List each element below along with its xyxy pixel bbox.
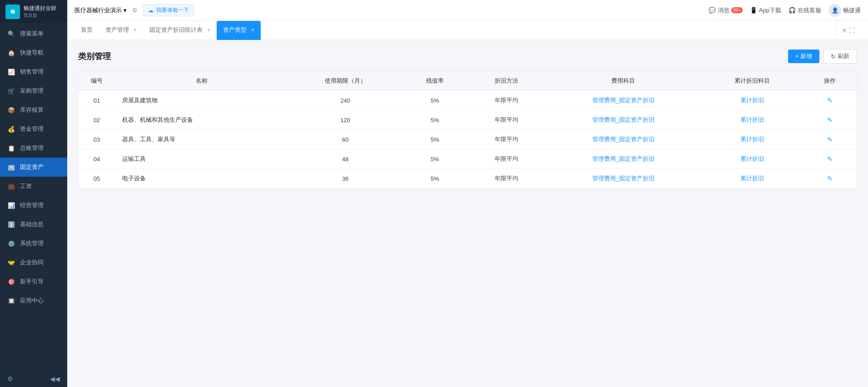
tab-label-depreciation: 固定资产折旧统计表 <box>149 26 203 34</box>
main-content: 医疗器械行业演示 ▾ ⚙ ☁ 我要体验一下 💬 消息 99+ 📱 App下载 <box>67 0 868 387</box>
refresh-icon: ↻ <box>831 53 836 60</box>
header-row: 编号名称使用期限（月）残值率折旧方法费用科目累计折旧科目操作 <box>79 71 857 91</box>
sidebar-item-quicknav[interactable]: 🏠 快捷导航 <box>0 43 67 62</box>
message-button[interactable]: 💬 消息 99+ <box>709 6 743 15</box>
try-label: 我要体验一下 <box>156 6 189 14</box>
sidebar-item-collab[interactable]: 🤝 企业协同 <box>0 253 67 272</box>
sidebar-item-search[interactable]: 🔍 搜索菜单 <box>0 24 67 43</box>
quicknav-icon: 🏠 <box>7 49 15 57</box>
cell-residual-1: 5% <box>402 110 467 130</box>
cell-action-2[interactable]: ✎ <box>803 130 857 149</box>
new-button[interactable]: + 新增 <box>788 50 819 63</box>
cell-code-3: 04 <box>79 149 115 169</box>
tab-asset-type[interactable]: 资产类型× <box>217 21 261 40</box>
sidebar-item-capital[interactable]: 💰 资金管理 <box>0 119 67 139</box>
sidebar-label-capital: 资金管理 <box>20 125 44 133</box>
sidebar-item-guide[interactable]: 🎯 新手引导 <box>0 272 67 291</box>
topbar: 医疗器械行业演示 ▾ ⚙ ☁ 我要体验一下 💬 消息 99+ 📱 App下载 <box>67 0 868 21</box>
cloud-icon: ☁ <box>148 7 154 14</box>
dropdown-arrow-icon: ▾ <box>124 7 127 14</box>
cell-name-2: 器具、工具、家具等 <box>115 130 288 149</box>
window-expand-icon[interactable]: ⛶ <box>849 27 855 34</box>
message-label: 消息 <box>718 6 729 15</box>
sidebar-item-inventory[interactable]: 📦 库存核算 <box>0 100 67 119</box>
collapse-icon[interactable]: ◀◀ <box>50 375 60 382</box>
edit-icon-3[interactable]: ✎ <box>827 155 833 163</box>
col-header-使用期限（月）: 使用期限（月） <box>288 71 402 91</box>
sidebar-item-sales[interactable]: 📈 销售管理 <box>0 62 67 81</box>
topbar-left: 医疗器械行业演示 ▾ ⚙ ☁ 我要体验一下 <box>74 4 194 16</box>
cell-action-4[interactable]: ✎ <box>803 169 857 189</box>
page-content: 类别管理 + 新增 ↻ 刷新 编号名称使用期限（月）残值率折旧方法费用科目累计折… <box>67 40 868 387</box>
tab-asset-mgmt[interactable]: 资产管理× <box>99 21 143 40</box>
cell-residual-4: 5% <box>402 169 467 189</box>
logo-icon: 畅 <box>5 5 20 19</box>
page-header: 类别管理 + 新增 ↻ 刷新 <box>78 49 857 64</box>
cell-accum-4: 累计折旧 <box>701 169 803 189</box>
tab-close-asset-type[interactable]: × <box>251 27 254 33</box>
operation-icon: 📊 <box>7 201 15 209</box>
tab-close-asset-mgmt[interactable]: × <box>134 27 137 33</box>
user-profile[interactable]: 👤 畅捷通 <box>828 4 861 17</box>
cell-residual-3: 5% <box>402 149 467 169</box>
cell-expense-4: 管理费用_固定资产折旧 <box>545 169 701 189</box>
cell-method-3: 年限平均 <box>468 149 546 169</box>
logo-sub: 普及版 <box>24 12 56 19</box>
cell-code-2: 03 <box>79 130 115 149</box>
col-header-累计折旧科目: 累计折旧科目 <box>701 71 803 91</box>
sidebar-item-salary[interactable]: 💼 工资 <box>0 177 67 196</box>
sidebar-label-sales: 销售管理 <box>20 68 44 76</box>
cell-action-3[interactable]: ✎ <box>803 149 857 169</box>
tab-close-depreciation[interactable]: × <box>207 27 210 33</box>
sidebar-label-quicknav: 快捷导航 <box>20 49 44 57</box>
apps-icon: 🔲 <box>7 297 15 305</box>
sidebar-item-system[interactable]: ⚙️ 系统管理 <box>0 234 67 253</box>
try-experience-button[interactable]: ☁ 我要体验一下 <box>143 4 194 16</box>
tab-label-asset-mgmt: 资产管理 <box>105 26 129 34</box>
sidebar-label-collab: 企业协同 <box>20 258 44 267</box>
edit-icon-1[interactable]: ✎ <box>827 116 833 124</box>
app-download-button[interactable]: 📱 App下载 <box>750 6 781 15</box>
sidebar-item-apps[interactable]: 🔲 应用中心 <box>0 291 67 310</box>
cell-accum-1: 累计折旧 <box>701 110 803 130</box>
sidebar-item-purchase[interactable]: 🛒 采购管理 <box>0 81 67 100</box>
refresh-button[interactable]: ↻ 刷新 <box>823 49 857 64</box>
app-download-label: App下载 <box>759 6 781 15</box>
settings-gear-icon[interactable]: ⚙ <box>132 7 138 14</box>
sidebar-label-inventory: 库存核算 <box>20 106 44 114</box>
cell-expense-0: 管理费用_固定资产折旧 <box>545 91 701 110</box>
window-controls: ✕ ⛶ <box>836 23 861 38</box>
project-selector[interactable]: 医疗器械行业演示 ▾ <box>74 6 127 15</box>
window-close-icon[interactable]: ✕ <box>842 27 847 34</box>
sidebar-item-ledger[interactable]: 📋 总账管理 <box>0 139 67 158</box>
cell-method-4: 年限平均 <box>468 169 546 189</box>
guide-icon: 🎯 <box>7 278 15 286</box>
sidebar-item-fixed[interactable]: 🏢 固定资产 <box>0 158 67 177</box>
cell-expense-2: 管理费用_固定资产折旧 <box>545 130 701 149</box>
edit-icon-0[interactable]: ✎ <box>827 97 833 104</box>
cell-accum-3: 累计折旧 <box>701 149 803 169</box>
table-row: 03 器具、工具、家具等 60 5% 年限平均 管理费用_固定资产折旧 累计折旧… <box>79 130 857 149</box>
username-label: 畅捷通 <box>843 6 861 15</box>
cell-action-0[interactable]: ✎ <box>803 91 857 110</box>
online-service-label: 在线客服 <box>798 6 821 15</box>
col-header-折旧方法: 折旧方法 <box>468 71 546 91</box>
tab-depreciation[interactable]: 固定资产折旧统计表× <box>143 21 217 40</box>
headset-icon: 🎧 <box>789 7 796 14</box>
online-service-button[interactable]: 🎧 在线客服 <box>789 6 821 15</box>
cell-period-2: 60 <box>288 130 402 149</box>
tab-home[interactable]: 首页 <box>74 21 99 40</box>
category-table: 编号名称使用期限（月）残值率折旧方法费用科目累计折旧科目操作 01 房屋及建筑物… <box>78 71 857 189</box>
sidebar-logo: 畅 畅捷通好业财 普及版 <box>0 0 67 24</box>
table-body: 01 房屋及建筑物 240 5% 年限平均 管理费用_固定资产折旧 累计折旧 ✎… <box>79 91 857 189</box>
sidebar-item-operation[interactable]: 📊 经营管理 <box>0 196 67 215</box>
cell-name-0: 房屋及建筑物 <box>115 91 288 110</box>
edit-icon-4[interactable]: ✎ <box>827 175 833 182</box>
sidebar-item-basic[interactable]: ℹ️ 基础信息 <box>0 215 67 234</box>
cell-period-3: 48 <box>288 149 402 169</box>
edit-icon-2[interactable]: ✎ <box>827 136 833 143</box>
table-row: 01 房屋及建筑物 240 5% 年限平均 管理费用_固定资产折旧 累计折旧 ✎ <box>79 91 857 110</box>
cell-code-1: 02 <box>79 110 115 130</box>
settings-icon[interactable]: ⚙ <box>7 375 13 382</box>
cell-action-1[interactable]: ✎ <box>803 110 857 130</box>
